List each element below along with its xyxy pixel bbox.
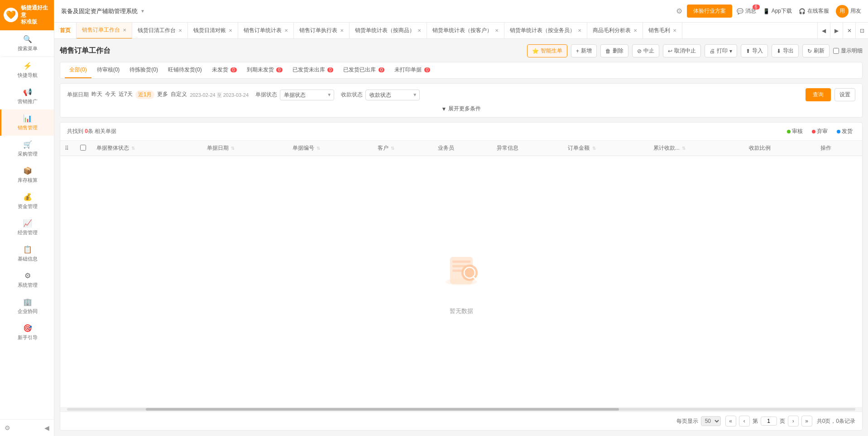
hscroll-thumb[interactable] bbox=[146, 408, 619, 411]
subtab-not-printed[interactable]: 未打印单据 0 bbox=[390, 62, 435, 78]
tab-cash-daily[interactable]: 钱货日清工作台 ✕ bbox=[132, 23, 188, 39]
delete-button[interactable]: 🗑 删除 bbox=[600, 44, 628, 57]
horizontal-scrollbar[interactable] bbox=[60, 407, 862, 412]
sidebar-item-inventory[interactable]: 📦 库存核算 bbox=[0, 162, 54, 188]
tab-sales-workbench-close-icon[interactable]: ✕ bbox=[123, 28, 126, 33]
pagination-first-btn[interactable]: « bbox=[725, 416, 736, 427]
tab-cash-daily-close-icon[interactable]: ✕ bbox=[178, 28, 182, 33]
subtab-wangpu-ship[interactable]: 旺铺待发货(0) bbox=[163, 62, 206, 78]
filter-date-1month[interactable]: 近1月 bbox=[135, 90, 155, 99]
refresh-button[interactable]: ↻ 刷新 bbox=[802, 44, 830, 57]
col-cumulative-sort-icon[interactable]: ⇅ bbox=[682, 146, 686, 151]
import-button[interactable]: ⬆ 导入 bbox=[741, 44, 768, 57]
tab-sales-more-close-icon[interactable]: ✕ bbox=[673, 28, 676, 33]
subtab-overdue-ship[interactable]: 到期未发货 0 bbox=[242, 62, 287, 78]
page-size-select[interactable]: 50 bbox=[701, 416, 721, 426]
filter-setting-button[interactable]: 设置 bbox=[834, 88, 855, 101]
cancel-pause-button[interactable]: ↩ 取消中止 bbox=[663, 44, 701, 57]
sidebar-item-operations[interactable]: 📈 经营管理 bbox=[0, 214, 54, 241]
subtab-shipped-warehouse[interactable]: 已发货已出库 0 bbox=[339, 62, 389, 78]
show-detail-checkbox[interactable] bbox=[833, 48, 839, 54]
pagination-page-input[interactable] bbox=[761, 417, 777, 426]
sidebar-item-marketing[interactable]: 📢 营销推广 bbox=[0, 83, 54, 109]
sidebar-item-search[interactable]: 🔍 搜索菜单 bbox=[0, 30, 54, 57]
col-customer-sort-icon[interactable]: ⇅ bbox=[391, 146, 394, 151]
tabs-expand-btn[interactable]: ⊡ bbox=[855, 23, 868, 39]
sidebar-item-finance[interactable]: 💰 资金管理 bbox=[0, 188, 54, 214]
sidebar-item-newbie[interactable]: 🎯 新手引导 bbox=[0, 319, 54, 346]
subtab-shipped-not-warehouse[interactable]: 已发货未出库 0 bbox=[288, 62, 338, 78]
tab-sales-product-close-icon[interactable]: ✕ bbox=[417, 28, 421, 33]
tab-sales-customer-close-icon[interactable]: ✕ bbox=[495, 28, 499, 33]
tab-cash-reconcile-close-icon[interactable]: ✕ bbox=[229, 28, 232, 33]
settings-bottom-icon[interactable]: ⚙ bbox=[5, 424, 10, 431]
tab-sales-staff-close-icon[interactable]: ✕ bbox=[578, 28, 581, 33]
pagination-prev-btn[interactable]: ‹ bbox=[739, 416, 750, 427]
filter-expand-button[interactable]: ▼ 展开更多条件 bbox=[441, 105, 481, 113]
tab-product-margin-close-icon[interactable]: ✕ bbox=[633, 28, 637, 33]
filter-status-select[interactable]: 单据状态 bbox=[280, 90, 334, 100]
pagination-last-btn[interactable]: » bbox=[801, 416, 812, 427]
subtab-not-shipped[interactable]: 未发货 0 bbox=[207, 62, 241, 78]
filter-date-range: 2023-02-24 至 2023-03-24 bbox=[190, 92, 249, 99]
topbar-online-service[interactable]: 🎧 在线客服 bbox=[799, 7, 829, 15]
collapse-icon[interactable]: ◀ bbox=[44, 424, 49, 431]
sidebar-item-system[interactable]: ⚙ 系统管理 bbox=[0, 267, 54, 293]
col-amount-sort-icon[interactable]: ⇅ bbox=[592, 146, 596, 151]
tabs-close-btn[interactable]: ✕ bbox=[843, 23, 855, 39]
tab-sales-exec-close-icon[interactable]: ✕ bbox=[340, 28, 344, 33]
smart-create-button[interactable]: ⭐ 智能生单 bbox=[527, 44, 567, 57]
col-date-sort-icon[interactable]: ⇅ bbox=[231, 146, 235, 151]
filter-payment-select[interactable]: 收款状态 bbox=[365, 90, 420, 100]
filter-date-today[interactable]: 今天 bbox=[105, 90, 116, 99]
select-all-checkbox[interactable] bbox=[80, 145, 86, 151]
tab-sales-customer-stats[interactable]: 销货单统计表（按客户） ✕ bbox=[427, 23, 504, 39]
col-status-sort-icon[interactable]: ⇅ bbox=[131, 146, 135, 151]
pause-button[interactable]: ⊘ 中止 bbox=[632, 44, 659, 57]
topbar-settings-icon[interactable]: ⚙ bbox=[676, 7, 682, 15]
tab-sales-staff-stats[interactable]: 销货单统计表（按业务员） ✕ bbox=[504, 23, 587, 39]
add-button[interactable]: + 新增 bbox=[571, 44, 597, 57]
sidebar-item-sales[interactable]: 📊 销售管理 bbox=[0, 109, 54, 136]
table-cancel-review-btn[interactable]: 弃审 bbox=[809, 126, 830, 137]
tab-sales-product-stats[interactable]: 销货单统计表（按商品） ✕ bbox=[350, 23, 427, 39]
export-button[interactable]: ⬇ 导出 bbox=[772, 44, 799, 57]
subtab-pending-check-label: 待拣验货(0) bbox=[129, 66, 158, 73]
filter-date-more[interactable]: 更多 bbox=[157, 90, 168, 99]
sidebar-item-enterprise[interactable]: 🏢 企业协同 bbox=[0, 293, 54, 319]
industry-solution-button[interactable]: 体验行业方案 bbox=[687, 5, 732, 18]
col-number-sort-icon[interactable]: ⇅ bbox=[317, 146, 320, 151]
sidebar-item-base-info[interactable]: 📋 基础信息 bbox=[0, 241, 54, 267]
print-button[interactable]: 🖨 打印 ▾ bbox=[705, 44, 737, 57]
col-check[interactable] bbox=[74, 141, 92, 156]
table-ship-btn[interactable]: 发货 bbox=[834, 126, 855, 137]
add-label: 新增 bbox=[581, 47, 592, 55]
tab-cash-reconcile[interactable]: 钱货日清对账 ✕ bbox=[188, 23, 238, 39]
sidebar-item-purchase[interactable]: 🛒 采购管理 bbox=[0, 136, 54, 162]
tab-sales-exec[interactable]: 销售订单执行表 ✕ bbox=[294, 23, 350, 39]
filter-date-7days[interactable]: 近7天 bbox=[119, 90, 133, 99]
pagination-next-btn[interactable]: › bbox=[788, 416, 799, 427]
tabs-next-btn[interactable]: ▶ bbox=[830, 23, 843, 39]
tab-sales-stats[interactable]: 销售订单统计表 ✕ bbox=[238, 23, 294, 39]
topbar-app-download[interactable]: 📱 App下载 bbox=[763, 7, 792, 15]
subtab-pending-check[interactable]: 待拣验货(0) bbox=[125, 62, 163, 78]
tab-product-margin[interactable]: 商品毛利分析表 ✕ bbox=[587, 23, 643, 39]
topbar-user[interactable]: 用 用友 bbox=[836, 5, 861, 18]
subtab-all[interactable]: 全部(0) bbox=[65, 62, 91, 78]
tab-home[interactable]: 首页 bbox=[54, 23, 77, 39]
operations-label: 经营管理 bbox=[18, 229, 38, 236]
show-detail-checkbox-label[interactable]: 显示明细 bbox=[833, 47, 863, 55]
topbar-message-item[interactable]: 💬 消息 6 bbox=[737, 7, 756, 15]
tab-sales-stats-close-icon[interactable]: ✕ bbox=[284, 28, 288, 33]
subtab-pending-review[interactable]: 待审核(0) bbox=[92, 62, 125, 78]
filter-date-yesterday[interactable]: 昨天 bbox=[91, 90, 102, 99]
filter-date-custom[interactable]: 自定义 bbox=[171, 90, 187, 99]
filter-query-button[interactable]: 查询 bbox=[806, 88, 831, 101]
table-review-btn[interactable]: 审核 bbox=[784, 126, 806, 137]
col-status-label: 单据整体状态 bbox=[96, 145, 129, 151]
tabs-prev-btn[interactable]: ◀ bbox=[817, 23, 830, 39]
tab-sales-more[interactable]: 销售毛利 ✕ bbox=[643, 23, 682, 39]
sidebar-item-quick-nav[interactable]: ⚡ 快捷导航 bbox=[0, 57, 54, 83]
tab-sales-workbench[interactable]: 销售订单工作台 ✕ bbox=[77, 23, 132, 39]
